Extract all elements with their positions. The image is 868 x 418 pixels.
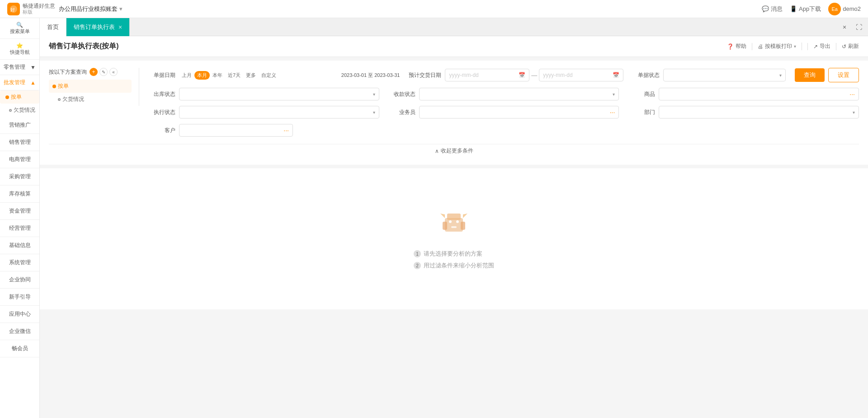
- active-tab-label: 销售订单执行表: [74, 23, 115, 31]
- message-btn[interactable]: 💬 消息: [762, 5, 783, 13]
- scheme-item-order[interactable]: 按单: [49, 80, 132, 93]
- salesperson-more-icon[interactable]: ···: [610, 109, 615, 116]
- filter-panel: 按以下方案查询 + ✎ « 按单: [40, 61, 868, 165]
- scheme-order-label: 按单: [58, 82, 69, 90]
- collapse-btn[interactable]: ∧ 收起更多条件: [49, 144, 859, 157]
- sidebar-quick[interactable]: ⭐ 快捷导航: [0, 39, 39, 60]
- app-title-bar[interactable]: 办公用品行业模拟账套 ▾: [59, 5, 123, 13]
- help-btn[interactable]: ❓ 帮助: [727, 43, 746, 50]
- sidebar-item-ecom[interactable]: 电商管理: [0, 151, 39, 168]
- sidebar-item-inventory[interactable]: 库存核算: [0, 185, 39, 203]
- sidebar-item-marketing[interactable]: 营销推广: [0, 117, 39, 134]
- doc-status-select[interactable]: ▾: [663, 69, 786, 81]
- app-name: 畅捷通好生意: [23, 3, 55, 9]
- filter-row-4: 客户 ···: [148, 124, 859, 137]
- sidebar-subitem-order[interactable]: 按单: [0, 90, 39, 104]
- date-tab-lastmonth[interactable]: 上月: [179, 71, 194, 80]
- sidebar-item-finance[interactable]: 资金管理: [0, 203, 39, 220]
- user-menu[interactable]: Ea demo2: [828, 3, 861, 15]
- tab-maximize-btn[interactable]: ⛶: [854, 22, 864, 33]
- date-end-input[interactable]: yyyy-mm-dd 📅: [539, 69, 623, 81]
- scheme-edit-btn[interactable]: ✎: [99, 68, 108, 76]
- date-start-input[interactable]: yyyy-mm-dd 📅: [445, 69, 529, 81]
- sidebar-item-purchase[interactable]: 采购管理: [0, 168, 39, 185]
- exec-status-label: 执行状态: [148, 109, 175, 116]
- arrears-label: 欠货情况: [14, 106, 35, 114]
- calendar-start-icon[interactable]: 📅: [519, 72, 525, 78]
- print-btn[interactable]: 🖨 按模板打印 ▾: [758, 43, 802, 50]
- sidebar-item-sales[interactable]: 销售管理: [0, 134, 39, 151]
- page-header: 销售订单执行表(按单) ❓ 帮助 🖨 按模板打印 ▾ ↗: [40, 36, 868, 57]
- newbie-label: 新手引导: [9, 294, 31, 300]
- tab-minimize-btn[interactable]: ×: [839, 22, 850, 33]
- sidebar-item-biz[interactable]: 经营管理: [0, 220, 39, 237]
- tab-bar: 首页 销售订单执行表 × × ⛶: [40, 18, 868, 36]
- scheme-add-btn[interactable]: +: [90, 68, 98, 76]
- sidebar-subitem-arrears[interactable]: 欠货情况: [0, 104, 39, 117]
- tab-active[interactable]: 销售订单执行表 ×: [66, 18, 130, 36]
- empty-tips: 1 请先选择要分析的方案 2 用过滤条件来缩小分析范围: [414, 250, 494, 273]
- sidebar-item-member[interactable]: 畅会员: [0, 340, 39, 357]
- date-tab-more[interactable]: 更多: [243, 71, 259, 80]
- scheme-collapse-btn[interactable]: «: [109, 68, 118, 76]
- sidebar-item-wechat[interactable]: 企业微信: [0, 323, 39, 340]
- empty-tip-1: 1 请先选择要分析的方案: [414, 250, 494, 258]
- print-icon: 🖨: [758, 43, 763, 50]
- exec-status-select[interactable]: ▾: [179, 106, 379, 119]
- divider1: [752, 43, 752, 50]
- goods-more-icon[interactable]: ···: [849, 90, 855, 98]
- user-name: demo2: [843, 5, 861, 12]
- page-actions: ❓ 帮助 🖨 按模板打印 ▾ ↗ 导出: [727, 43, 859, 50]
- salesperson-label: 业务员: [388, 109, 415, 116]
- refresh-btn[interactable]: ↺ 刷新: [842, 43, 859, 50]
- svg-rect-8: [451, 226, 457, 228]
- sidebar-item-corp[interactable]: 企业协同: [0, 271, 39, 289]
- avatar-text: Ea: [832, 6, 838, 12]
- sidebar-item-app[interactable]: 应用中心: [0, 306, 39, 323]
- arrears-dot: [9, 109, 12, 112]
- filter-fields: 单据日期 上月 本月 本年 近7天 更多 自定义: [139, 68, 859, 142]
- customer-more-icon[interactable]: ···: [283, 127, 289, 134]
- sidebar-item-retail[interactable]: 零售管理 ▼: [0, 60, 39, 75]
- sales-label: 销售管理: [9, 139, 31, 145]
- goods-label: 商品: [628, 90, 655, 98]
- app-title-dropdown-icon[interactable]: ▾: [119, 5, 123, 12]
- query-btn[interactable]: 查询: [795, 68, 825, 82]
- scheme-item-arrears[interactable]: 欠货情况: [49, 93, 132, 106]
- date-tab-7days[interactable]: 近7天: [225, 71, 243, 80]
- department-select[interactable]: ▾: [659, 106, 859, 119]
- system-label: 系统管理: [9, 259, 31, 266]
- date-tab-thismonth[interactable]: 本月: [194, 71, 210, 80]
- sidebar-item-basic[interactable]: 基础信息: [0, 237, 39, 254]
- sidebar-item-newbie[interactable]: 新手引导: [0, 289, 39, 306]
- avatar: Ea: [828, 3, 841, 15]
- date-tab-thisyear[interactable]: 本年: [210, 71, 225, 80]
- tab-close-icon[interactable]: ×: [118, 24, 122, 31]
- marketing-label: 营销推广: [9, 122, 31, 128]
- refresh-label: 刷新: [848, 43, 859, 50]
- calendar-end-icon[interactable]: 📅: [613, 72, 619, 78]
- logo-text: 畅捷通好生意 标版: [23, 3, 55, 15]
- app-download-btn[interactable]: 📱 App下载: [790, 5, 821, 13]
- date-field: 单据日期 上月 本月 本年 近7天 更多 自定义: [148, 71, 332, 80]
- out-status-select[interactable]: ▾: [179, 88, 379, 100]
- receive-status-select[interactable]: ▾: [419, 88, 619, 100]
- sidebar-item-wholesale[interactable]: 批发管理 ▲: [0, 75, 39, 90]
- top-bar-right: 💬 消息 📱 App下载 Ea demo2: [762, 3, 861, 15]
- sidebar-item-system[interactable]: 系统管理: [0, 254, 39, 271]
- goods-select[interactable]: ···: [659, 88, 859, 100]
- salesperson-select[interactable]: ···: [419, 106, 619, 119]
- sidebar-search[interactable]: 🔍 搜索菜单: [0, 18, 39, 39]
- quick-label: 快捷导航: [2, 49, 38, 56]
- customer-label: 客户: [148, 127, 175, 134]
- scheme-dot-order: [52, 85, 56, 88]
- export-btn[interactable]: ↗ 导出: [813, 43, 830, 50]
- wholesale-label: 批发管理: [4, 79, 25, 86]
- date-tab-custom[interactable]: 自定义: [259, 71, 279, 80]
- scheme-actions: + ✎ «: [90, 68, 118, 76]
- empty-tip-2: 2 用过滤条件来缩小分析范围: [414, 261, 494, 270]
- settings-btn[interactable]: 设置: [828, 68, 859, 82]
- tab-home[interactable]: 首页: [40, 18, 66, 36]
- download-label: App下载: [799, 5, 821, 13]
- customer-select[interactable]: ···: [179, 124, 293, 137]
